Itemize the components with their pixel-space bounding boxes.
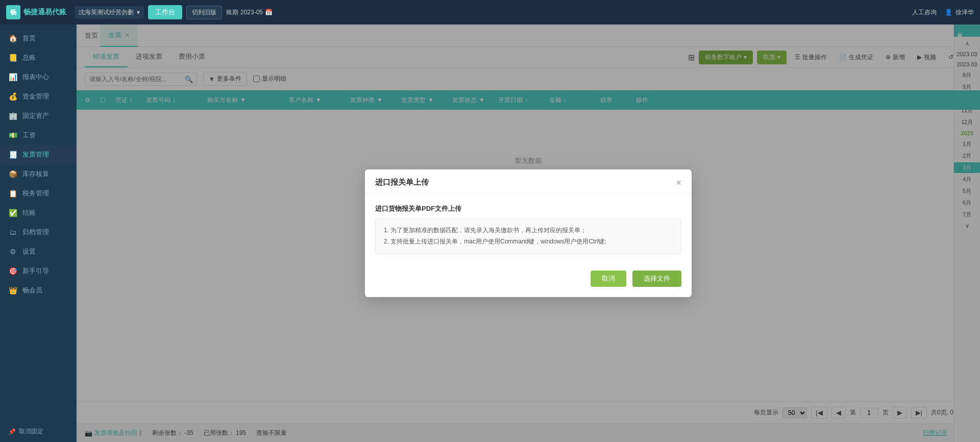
sidebar-item-guide[interactable]: 🎯 新手引导 [0,261,77,281]
sidebar-item-closing-label: 结账 [22,208,36,217]
cancel-fixed-label: 取消固定 [19,427,43,436]
modal-footer: 取消 选择文件 [365,264,692,297]
calendar-icon: 📅 [265,9,273,16]
sidebar-item-vip-label: 畅会员 [22,286,42,295]
app-logo-icon: 畅 [6,5,20,19]
invoice-icon: 🧾 [8,151,17,159]
modal-body: 进口货物报关单PDF文件上传 1. 为了更加精准的数据匹配，请先录入海关缴款书，… [365,194,692,264]
modal-section-title: 进口货物报关单PDF文件上传 [375,204,681,213]
sidebar-item-reports-label: 报表中心 [22,72,49,82]
sidebar-item-archive-label: 归档管理 [22,228,49,237]
sidebar-item-ledger[interactable]: 📒 总账 [0,48,77,67]
user-name: 徐泽华 [955,8,974,17]
modal-info-item-2: 2. 支持批量上传进口报关单，mac用户使用Command键，windows用户… [384,236,673,248]
sidebar-item-guide-label: 新手引导 [22,266,49,276]
sidebar-item-inventory[interactable]: 📦 库存核算 [0,164,77,184]
sidebar-item-inventory-label: 库存核算 [22,169,49,179]
sidebar-item-closing[interactable]: ✅ 结账 [0,203,77,223]
period-value: 2023-05 [240,9,263,16]
app-container: 畅 畅捷通易代账 沈海英测试经营勿删 ▾ 工作台 切到旧版 账期 2023-05… [0,0,980,442]
tax-icon: 📋 [8,189,17,198]
modal-info-item-1: 1. 为了更加精准的数据匹配，请先录入海关缴款书，再上传对应的报关单； [384,225,673,236]
content-area: 首页 发票 × 销项发票 进项发票 费用小票 ⊞ [77,24,980,442]
sidebar-item-tax[interactable]: 📋 税务管理 [0,184,77,203]
sidebar-item-assets[interactable]: 🏢 固定资产 [0,106,77,126]
app-logo-text: 畅捷通易代账 [23,8,66,17]
sidebar-item-settings-label: 设置 [22,247,36,256]
ledger-icon: 📒 [8,54,17,62]
sidebar: 🏠 首页 📒 总账 📊 报表中心 💰 资金管理 🏢 固定资产 💵 工资 [0,24,77,442]
modal-select-file-button[interactable]: 选择文件 [632,271,681,287]
sidebar-item-reports[interactable]: 📊 报表中心 [0,67,77,87]
sidebar-item-funds[interactable]: 💰 资金管理 [0,87,77,106]
modal-title: 进口报关单上传 [375,178,429,187]
cancel-fixed-button[interactable]: 📌 取消固定 [8,427,68,436]
sidebar-item-home[interactable]: 🏠 首页 [0,29,77,48]
sidebar-item-payroll[interactable]: 💵 工资 [0,126,77,145]
modal-cancel-button[interactable]: 取消 [591,271,626,287]
main-area: 🏠 首页 📒 总账 📊 报表中心 💰 资金管理 🏢 固定资产 💵 工资 [0,24,980,442]
sidebar-item-funds-label: 资金管理 [22,92,49,101]
sidebar-item-assets-label: 固定资产 [22,111,49,120]
sidebar-item-home-label: 首页 [22,34,36,43]
closing-icon: ✅ [8,209,17,217]
guide-icon: 🎯 [8,267,17,275]
top-bar: 畅 畅捷通易代账 沈海英测试经营勿删 ▾ 工作台 切到旧版 账期 2023-05… [0,0,980,24]
period-info: 账期 2023-05 📅 [226,8,273,17]
sidebar-item-vip[interactable]: 👑 畅会员 [0,281,77,300]
company-dropdown-icon: ▾ [137,9,140,16]
archive-icon: 🗂 [8,228,17,236]
assets-icon: 🏢 [8,112,17,120]
import-customs-modal: 进口报关单上传 × 进口货物报关单PDF文件上传 1. 为了更加精准的数据匹配，… [365,169,692,297]
reports-icon: 📊 [8,73,17,81]
user-info: 👤 徐泽华 [945,8,974,17]
sidebar-item-invoice[interactable]: 🧾 发票管理 [0,145,77,164]
modal-header: 进口报关单上传 × [365,169,692,194]
support-link[interactable]: 人工咨询 [912,8,937,17]
modal-overlay: 进口报关单上传 × 进口货物报关单PDF文件上传 1. 为了更加精准的数据匹配，… [77,24,980,442]
workbench-button[interactable]: 工作台 [148,5,182,19]
sidebar-item-invoice-label: 发票管理 [22,150,49,159]
payroll-icon: 💵 [8,131,17,139]
app-logo: 畅 畅捷通易代账 [6,5,66,19]
company-selector[interactable]: 沈海英测试经营勿删 ▾ [75,6,144,19]
pin-icon: 📌 [8,428,16,435]
sidebar-item-tax-label: 税务管理 [22,189,49,198]
period-label: 账期 [226,8,238,17]
switch-version-button[interactable]: 切到旧版 [186,6,222,19]
top-right: 人工咨询 👤 徐泽华 [912,8,974,17]
sidebar-item-archive[interactable]: 🗂 归档管理 [0,223,77,242]
user-avatar-icon: 👤 [945,9,952,16]
sidebar-bottom: 📌 取消固定 [0,421,77,442]
sidebar-item-settings[interactable]: ⚙ 设置 [0,242,77,261]
vip-icon: 👑 [8,286,17,294]
inventory-icon: 📦 [8,170,17,178]
settings-icon: ⚙ [8,248,17,256]
sidebar-item-ledger-label: 总账 [22,53,36,62]
modal-close-button[interactable]: × [676,178,681,187]
home-icon: 🏠 [8,34,17,42]
company-name: 沈海英测试经营勿删 [79,8,134,17]
modal-info-box: 1. 为了更加精准的数据匹配，请先录入海关缴款书，再上传对应的报关单； 2. 支… [375,218,681,254]
funds-icon: 💰 [8,92,17,101]
sidebar-item-payroll-label: 工资 [22,131,36,140]
